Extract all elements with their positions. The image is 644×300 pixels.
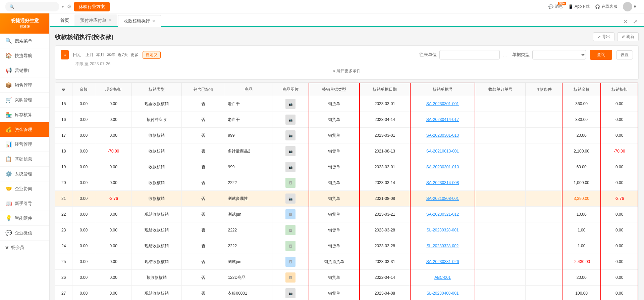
- table-row: 15 0.00 0.00 现金收款核销 否 老白干 📷 销货单 2023-03-…: [55, 96, 638, 112]
- cell-cancel-type: 现结收款核销: [132, 286, 182, 300]
- expand-more-btn[interactable]: ▾ 展开更多条件: [61, 68, 633, 74]
- cell-receipt-condition: [525, 128, 562, 143]
- settings-icon[interactable]: ⚙: [67, 3, 71, 10]
- cell-receipt-condition: [525, 143, 562, 159]
- sidebar-item-purchase[interactable]: 🛒 采购管理: [0, 93, 49, 108]
- filter-date-this-month[interactable]: 本月: [96, 52, 104, 58]
- cancel-no-link[interactable]: SA-20230314-008: [426, 180, 459, 185]
- cell-cancel-date: 2023-03-21: [360, 207, 410, 222]
- cell-include-settled: 否: [182, 207, 225, 222]
- sidebar-item-basic-info[interactable]: 📋 基础信息: [0, 152, 49, 167]
- sidebar-label-quick-nav: 快捷导航: [15, 53, 32, 59]
- search-icon: 🔍: [9, 4, 14, 9]
- refresh-button[interactable]: ↺ 刷新: [617, 32, 639, 41]
- cancel-no-link[interactable]: SA-20230301-010: [426, 133, 459, 138]
- cell-receipt-order-no: [475, 222, 525, 238]
- cancel-no-link[interactable]: SA-20210813-001: [426, 149, 459, 154]
- cell-receipt-order-no: [475, 286, 525, 300]
- cell-no: 16: [55, 112, 72, 128]
- sidebar-item-wechat[interactable]: 💬 企业微信: [0, 226, 49, 241]
- wechat-icon: 💬: [5, 230, 12, 236]
- tab-prepay-close[interactable]: ✕: [108, 18, 112, 23]
- sidebar-item-inventory[interactable]: 🏪 库存核算: [0, 108, 49, 122]
- app-download-item[interactable]: 📱 App下载: [568, 4, 590, 9]
- online-service-item[interactable]: 🎧 在线客服: [595, 4, 618, 9]
- cell-include-settled: 否: [182, 175, 225, 191]
- filter-row: » 日期 上月 本月 本年 近7天 更多 自定义 往来单位 ...: [61, 50, 633, 60]
- marketing-icon: 📢: [5, 67, 12, 74]
- cell-product-img: 📷: [272, 286, 309, 300]
- cell-cancel-voucher-type: 销货单: [309, 112, 360, 128]
- cell-product-img: 🖼: [272, 175, 309, 191]
- cancel-no-link[interactable]: SA-20210808-001: [426, 196, 459, 201]
- tab-home[interactable]: 首页: [55, 15, 74, 26]
- tab-collection-label: 收款核销执行: [124, 18, 150, 24]
- message-icon-wrapper[interactable]: 💬 消息 99+: [548, 4, 563, 9]
- settings-button[interactable]: 设置: [616, 50, 633, 59]
- sidebar-item-business[interactable]: 📊 经营管理: [0, 137, 49, 152]
- cancel-no-link[interactable]: SL-20230328-001: [426, 228, 459, 232]
- filter-date-more[interactable]: 更多: [130, 52, 139, 58]
- sidebar-item-marketing[interactable]: 📢 营销推广: [0, 63, 49, 78]
- sidebar-item-system[interactable]: ⚙️ 系统管理: [0, 167, 49, 181]
- cancel-no-link[interactable]: ABC-001: [434, 275, 451, 280]
- filter-collapse-btn[interactable]: »: [61, 50, 69, 59]
- cell-receipt-order-no: [475, 112, 525, 128]
- page-title-bar: 收款核销执行(按收款) ↗ 导出 ↺ 刷新: [55, 32, 639, 41]
- cell-cancel-type: 现金收款核销: [132, 96, 182, 112]
- col-receipt-condition: 收款条件: [525, 83, 562, 96]
- filter-voucher-type-select[interactable]: [532, 50, 586, 59]
- filter-date-this-year[interactable]: 本年: [107, 52, 115, 58]
- cell-cancel-no: SL-20230328-002: [410, 238, 475, 254]
- sidebar-item-finance[interactable]: 💰 资金管理: [0, 122, 49, 137]
- sidebar-item-member[interactable]: V 畅会员: [0, 241, 49, 255]
- finance-icon: 💰: [5, 126, 12, 133]
- filter-date-custom-btn[interactable]: 自定义: [143, 51, 161, 59]
- table-row: 21 0.00 -2.76 收款核销 否 测试多属性 📷 销货单 2021-08…: [55, 191, 638, 207]
- sidebar-item-guide[interactable]: 📖 新手引导: [0, 196, 49, 211]
- tab-collection-close[interactable]: ✕: [152, 19, 155, 24]
- sidebar-item-quick-nav[interactable]: 🏠 快捷导航: [0, 48, 49, 63]
- cancel-no-link[interactable]: SA-20230321-012: [426, 212, 459, 217]
- sidebar-item-smart-hw[interactable]: 💡 智能硬件: [0, 211, 49, 226]
- cancel-no-link[interactable]: SA-20230331-026: [426, 259, 459, 264]
- filter-date-last-month[interactable]: 上月: [86, 52, 94, 58]
- cancel-no-link[interactable]: SL-20230328-002: [426, 244, 459, 248]
- cancel-no-link[interactable]: SL-20230408-001: [426, 291, 459, 296]
- dropdown-arrow[interactable]: ▾: [62, 4, 64, 9]
- sidebar-item-sales[interactable]: 📦 销售管理: [0, 78, 49, 93]
- sidebar-label-purchase: 采购管理: [15, 97, 32, 103]
- tab-maximize-btn[interactable]: ⤢: [632, 18, 639, 26]
- cancel-no-link[interactable]: SA-20230414-017: [426, 117, 459, 122]
- cell-receipt-order-no: [475, 96, 525, 112]
- sidebar-item-collab[interactable]: 🤝 企业协同: [0, 181, 49, 196]
- cancel-no-link[interactable]: SA-20230301-010: [426, 165, 459, 169]
- page-content: 收款核销执行(按收款) ↗ 导出 ↺ 刷新 » 日期: [50, 27, 644, 300]
- cancel-no-link[interactable]: SA-20230301-001: [426, 101, 459, 106]
- industry-solution-button[interactable]: 休验行业方案: [74, 2, 110, 11]
- cell-product-img: 📷: [272, 96, 309, 112]
- cell-product: 2222: [225, 222, 272, 238]
- logo-name: 畅捷通好生意: [11, 18, 39, 24]
- export-button[interactable]: ↗ 导出: [593, 32, 614, 41]
- cell-cancel-voucher-type: 销货单: [309, 143, 360, 159]
- col-gear[interactable]: ⚙: [55, 83, 72, 96]
- tab-close-window-btn[interactable]: ✕: [622, 18, 629, 26]
- tab-prepay[interactable]: 预付冲应付单 ✕: [74, 14, 117, 26]
- logo: 畅捷通好生意 标准版: [0, 13, 49, 34]
- product-thumbnail: 📷: [285, 115, 296, 125]
- tab-collection[interactable]: 收款核销执行 ✕: [118, 15, 161, 27]
- search-box[interactable]: 🔍: [5, 2, 59, 11]
- table-wrapper: ⚙ 余额 现金折扣 核销类型 包含已结清 商品 商品图片 核销单据类型 核销单据…: [55, 82, 639, 300]
- user-item[interactable]: Rit: [623, 2, 639, 11]
- query-button[interactable]: 查询: [590, 50, 612, 60]
- cell-balance: 0.00: [72, 238, 95, 254]
- sidebar-item-search-menu[interactable]: 🔍 搜索菜单: [0, 34, 49, 48]
- cell-balance: 0.00: [72, 112, 95, 128]
- filter-counterpart-input[interactable]: [439, 50, 500, 59]
- filter-date-7days[interactable]: 近7天: [118, 52, 128, 58]
- cell-balance: 0.00: [72, 159, 95, 175]
- cell-balance: 0.00: [72, 128, 95, 143]
- cell-no: 17: [55, 128, 72, 143]
- cell-cancel-voucher-type: 销货单: [309, 207, 360, 222]
